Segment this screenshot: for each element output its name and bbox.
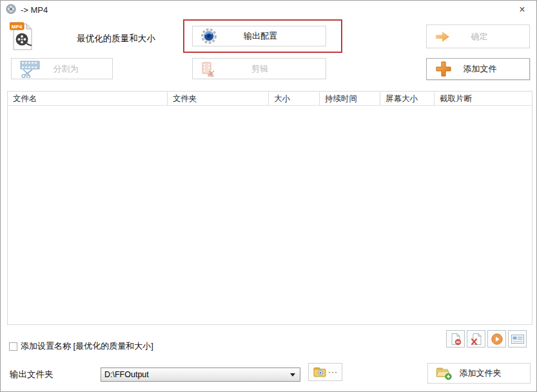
output-config-button[interactable]: 输出配置 bbox=[192, 26, 326, 46]
remove-file-button[interactable] bbox=[446, 330, 465, 348]
column-header-duration[interactable]: 持续时间 bbox=[320, 92, 380, 105]
browse-dots: ··· bbox=[328, 368, 338, 377]
preset-caption: 最优化的质量和大小 bbox=[47, 33, 185, 44]
confirm-button[interactable]: 确定 bbox=[426, 24, 530, 48]
title-bar: -> MP4 × bbox=[1, 1, 536, 19]
plus-icon bbox=[434, 60, 453, 78]
delete-file-button[interactable] bbox=[467, 330, 485, 348]
doc-delete-icon bbox=[470, 333, 483, 346]
file-list: 文件名 文件夹 大小 持续时间 屏幕大小 截取片断 bbox=[7, 91, 532, 325]
folder-plus-icon bbox=[436, 366, 453, 380]
properties-icon bbox=[511, 333, 525, 345]
folder-browse-icon bbox=[313, 366, 327, 378]
film-scissors-icon bbox=[19, 60, 41, 78]
file-list-body[interactable] bbox=[8, 106, 532, 324]
chevron-down-icon bbox=[290, 373, 295, 377]
split-button[interactable]: 分割为 bbox=[11, 58, 113, 79]
column-header-screensize[interactable]: 屏幕大小 bbox=[380, 92, 434, 105]
add-folder-button[interactable]: 添加文件夹 bbox=[427, 363, 531, 384]
clip-film-icon bbox=[200, 61, 216, 77]
mp4-file-icon: MP4 bbox=[10, 22, 34, 52]
close-icon[interactable]: × bbox=[515, 3, 529, 16]
app-icon bbox=[6, 4, 16, 14]
column-header-folder[interactable]: 文件夹 bbox=[168, 92, 269, 105]
gear-config-icon bbox=[200, 28, 217, 44]
properties-button[interactable] bbox=[508, 330, 527, 348]
mp4-badge-text: MP4 bbox=[12, 24, 23, 30]
output-config-label: 输出配置 bbox=[217, 30, 326, 42]
clip-button[interactable]: 剪辑 bbox=[192, 58, 326, 79]
browse-folder-button[interactable]: ··· bbox=[308, 363, 342, 381]
clip-label: 剪辑 bbox=[216, 63, 326, 75]
add-file-label: 添加文件 bbox=[453, 63, 529, 75]
column-header-size[interactable]: 大小 bbox=[269, 92, 320, 105]
output-folder-label: 输出文件夹 bbox=[10, 369, 54, 380]
output-folder-value: D:\FFOutput bbox=[101, 370, 290, 379]
split-label: 分割为 bbox=[41, 63, 112, 75]
column-header-filename[interactable]: 文件名 bbox=[8, 92, 168, 105]
converter-window: -> MP4 × MP4 最优化的质量和大小 输出配置 bbox=[0, 0, 537, 392]
doc-remove-icon bbox=[449, 333, 462, 346]
play-icon bbox=[491, 333, 503, 346]
file-list-header: 文件名 文件夹 大小 持续时间 屏幕大小 截取片断 bbox=[8, 92, 532, 106]
play-button[interactable] bbox=[487, 330, 506, 348]
append-name-label: 添加设置名称 [最优化的质量和大小] bbox=[21, 340, 153, 352]
append-name-checkbox[interactable] bbox=[9, 342, 17, 351]
add-file-button[interactable]: 添加文件 bbox=[426, 58, 530, 80]
add-folder-label: 添加文件夹 bbox=[453, 368, 530, 379]
confirm-label: 确定 bbox=[451, 31, 529, 43]
arrow-right-icon bbox=[434, 30, 451, 44]
append-name-row: 添加设置名称 [最优化的质量和大小] bbox=[9, 340, 153, 352]
window-title: -> MP4 bbox=[21, 5, 48, 15]
column-header-clip[interactable]: 截取片断 bbox=[434, 92, 532, 105]
output-folder-select[interactable]: D:\FFOutput bbox=[101, 368, 300, 382]
